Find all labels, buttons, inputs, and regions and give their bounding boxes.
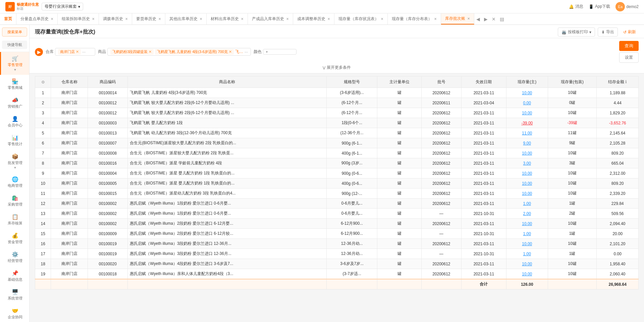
tab-nav-prev[interactable]: ◀ — [474, 13, 482, 24]
cell-balance: 20.00 — [597, 229, 639, 239]
close-icon[interactable]: ✕ — [200, 17, 202, 21]
close-icon[interactable]: ✕ — [125, 17, 128, 21]
sidebar-item-retail-store[interactable]: 🏪 零售商城 — [0, 75, 29, 94]
tab-inventory-status[interactable]: 现存量（库存状况表） ✕ — [334, 13, 388, 24]
color-tag-container[interactable]: ▾ — [263, 49, 297, 55]
cell-qty-main[interactable]: 1.00 — [506, 199, 548, 209]
cell-qty-main[interactable]: 10.00 — [506, 189, 548, 199]
tag-close-icon[interactable]: ✕ — [149, 50, 152, 54]
tab-requisition[interactable]: 要货单历史 ✕ — [132, 13, 165, 24]
warehouse-tag-container[interactable]: 南岸门店 ✕ ··· — [55, 48, 95, 56]
app-download-button[interactable]: 📱 App下载 — [589, 4, 610, 9]
tag-close-icon[interactable]: ✕ — [76, 50, 79, 54]
cell-qty-main[interactable]: 10.00 — [506, 178, 548, 189]
sidebar-item-finance-mgmt[interactable]: 💰 资金管理 — [0, 229, 29, 248]
info-icon[interactable]: ℹ — [625, 79, 627, 84]
tag-close-icon[interactable]: ✕ — [229, 50, 232, 54]
tab-home[interactable]: 首页 — [0, 13, 16, 24]
quick-nav-button[interactable]: 快捷导航 — [2, 41, 27, 49]
tab-other-out[interactable]: 其他出库单历史 ✕ — [165, 13, 207, 24]
sidebar-item-retail-mgmt[interactable]: 🛒 零售管理 ▼ — [0, 52, 29, 75]
table-row: 6南岸门店00100007合生元(BIOSTIME)派星较大婴儿配方奶粉 2段 … — [35, 138, 639, 148]
template-print-button[interactable]: 🖨️ 按模板打印 ▾ — [558, 28, 595, 37]
cell-qty-main[interactable]: 10.00 — [506, 148, 548, 158]
tab-menu[interactable]: ▤ — [498, 13, 506, 24]
cell-qty-main[interactable]: -39.00 — [506, 118, 548, 128]
tab-inventory-dist[interactable]: 现存量（库存分布表） ✕ — [388, 13, 441, 24]
cell-qty-main[interactable]: 0.00 — [506, 98, 548, 108]
tab-cost-adjust[interactable]: 成本调整单历史 ✕ — [293, 13, 334, 24]
cell-name: 合生元（BIOSTIME）派星 婴儿配方奶粉 1段 乳铁蛋白的... — [128, 168, 327, 178]
cell-spec: (6-12个月... — [326, 98, 377, 108]
sidebar-item-retail-stats[interactable]: 📊 零售统计 — [0, 131, 29, 150]
sidebar-item-wholesale-mgmt[interactable]: 📦 批发管理 ▼ — [0, 150, 29, 173]
tab-nav-next[interactable]: ▶ — [482, 13, 490, 24]
table-row: 19南岸门店00100018惠氏启赋（Wyeth illuma）亲和人体儿童配方… — [35, 269, 639, 279]
tab-disassemble[interactable]: 组装拆卸单历史 ✕ — [58, 13, 99, 24]
cell-balance: 665.04 — [597, 158, 639, 168]
tab-warehouse-batch[interactable]: 库存批次账 ✕ — [441, 13, 474, 24]
cell-qty-main[interactable]: 2.00 — [506, 209, 548, 219]
warehouse-label: 合库 — [46, 49, 54, 55]
chevron-down-icon: ▾ — [266, 50, 268, 54]
sidebar-item-purchase-mgmt[interactable]: 🛍️ 采购管理 — [0, 192, 29, 210]
th-settings[interactable]: ⚙ — [35, 76, 51, 88]
close-icon[interactable]: ✕ — [92, 17, 95, 21]
cell-qty-main[interactable]: 10.00 — [506, 219, 548, 229]
cell-qty-main[interactable]: 1.00 — [506, 229, 548, 239]
cell-unit: 罐 — [377, 209, 421, 219]
cell-qty-main[interactable]: 3.00 — [506, 158, 548, 168]
close-icon[interactable]: ✕ — [158, 17, 161, 21]
cell-qty-main[interactable]: 10.00 — [506, 88, 548, 98]
close-icon[interactable]: ✕ — [434, 17, 437, 21]
cell-expiry: 2021-03-11 — [462, 269, 506, 279]
cell-qty-main[interactable]: 10.00 — [506, 259, 548, 269]
cell-spec: 400g (0-6... — [326, 178, 377, 189]
sidebar-item-basic-info[interactable]: 📌 基础信息 — [0, 267, 29, 285]
sidebar-item-marketing[interactable]: 📣 营销推广 — [0, 94, 29, 112]
close-icon[interactable]: ✕ — [327, 17, 330, 21]
cell-qty-main[interactable]: 10.00 — [506, 269, 548, 279]
messages-button[interactable]: 🔔 消息 — [569, 4, 583, 9]
cell-qty-main[interactable]: 10.00 — [506, 108, 548, 118]
account-selector[interactable]: 母婴行业演示账套 ▾ — [42, 3, 83, 10]
close-icon[interactable]: ✕ — [241, 17, 244, 21]
tab-close-all[interactable]: ✕ — [490, 13, 498, 24]
warehouse-more-dots[interactable]: ··· — [82, 50, 86, 54]
sidebar-item-enterprise-coop[interactable]: 🤝 企业协同 — [0, 304, 29, 322]
sidebar-item-inventory-check[interactable]: 📋 库存核算 — [0, 210, 29, 229]
close-icon[interactable]: ✕ — [381, 17, 383, 21]
product-more-dots[interactable]: ··· — [245, 50, 248, 54]
tab-split-inventory[interactable]: 分量盘点单历史 ✕ — [16, 13, 58, 24]
sidebar-item-system-mgmt[interactable]: 🖥️ 系统管理 — [0, 285, 29, 304]
cell-qty-main[interactable]: 11.00 — [506, 128, 548, 138]
refresh-button[interactable]: ↺ 刷新 — [621, 28, 639, 36]
product-tag-container[interactable]: 飞鹤奶粉3段四罐提装 ✕ 飞鹤星飞帆 儿童奶粉 4段(3-6岁适用) 700克 … — [107, 48, 251, 56]
close-icon[interactable]: ✕ — [51, 17, 53, 21]
user-avatar[interactable]: Ea demo2 — [615, 2, 639, 11]
tab-transfer[interactable]: 调拨单历史 ✕ — [99, 13, 132, 24]
sidebar-item-member-center[interactable]: 👤 会员中心 — [0, 112, 29, 131]
filter-expand-button[interactable]: ▶ — [35, 48, 43, 56]
tab-product-in[interactable]: 产成品入库单历史 ✕ — [248, 13, 293, 24]
cell-spec: 0-6月婴儿... — [326, 199, 377, 209]
cell-code: 00100002 — [88, 209, 128, 219]
search-menu-button[interactable]: 搜索菜单 — [2, 28, 27, 37]
cell-balance: 2,060.40 — [597, 269, 639, 279]
cell-balance: 509.56 — [597, 209, 639, 219]
cell-idx: 8 — [35, 158, 51, 168]
query-button[interactable]: 查询 — [619, 41, 639, 51]
sidebar-item-ecommerce-mgmt[interactable]: 🌐 电商管理 — [0, 173, 29, 192]
expand-more-button[interactable]: ⋁ 展开更多条件 — [35, 63, 639, 70]
close-icon[interactable]: ✕ — [286, 17, 289, 21]
cell-name: 惠氏启赋（Wyeth illuma）1段奶粉 爱尔兰进口 0-6月婴... — [128, 199, 327, 209]
cell-qty-main[interactable]: 1.00 — [506, 249, 548, 259]
export-button[interactable]: ⬇ 导出 — [598, 28, 618, 37]
cell-qty-main[interactable]: 10.00 — [506, 168, 548, 178]
tab-material-out[interactable]: 材料出库单历史 ✕ — [207, 13, 248, 24]
cell-qty-main[interactable]: 10.00 — [506, 239, 548, 249]
setting-button[interactable]: 设置 — [619, 52, 639, 63]
close-icon[interactable]: ✕ — [467, 17, 470, 20]
cell-qty-main[interactable]: 9.00 — [506, 138, 548, 148]
sidebar-item-operation-mgmt[interactable]: ⚙️ 经营管理 — [0, 248, 29, 267]
